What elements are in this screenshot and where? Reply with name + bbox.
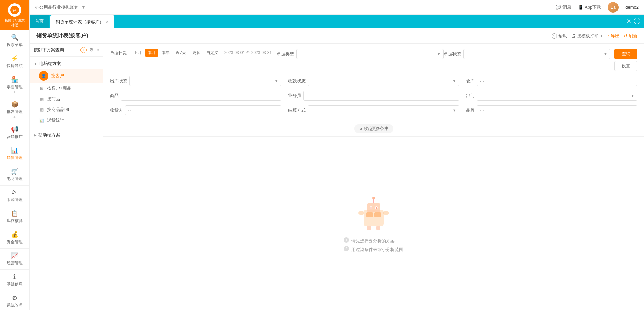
brand-input[interactable]: ··· xyxy=(477,105,637,115)
sidebar-item-label: 零售管理 xyxy=(7,84,23,90)
username[interactable]: demo2 xyxy=(625,5,639,10)
settings-scheme-icon[interactable]: ⚙ xyxy=(89,47,94,53)
sidebar-item-ecom[interactable]: 🛒 电商管理 xyxy=(0,164,29,186)
message-btn[interactable]: 💬 消息 xyxy=(556,4,571,10)
sidebar-item-search[interactable]: 🔍 搜索菜单 xyxy=(0,30,29,51)
settings-button[interactable]: 设置 xyxy=(614,61,637,71)
scheme-item-by-goods-99[interactable]: ▦ 按商品品99 xyxy=(30,104,103,115)
mobile-group-arrow: ▶ xyxy=(34,133,36,137)
sidebar-item-label: 搜索菜单 xyxy=(7,42,23,48)
help-icon: ? xyxy=(552,33,557,39)
tab-close-all-icon[interactable]: ✕ xyxy=(626,18,631,25)
type-input[interactable]: ▼ xyxy=(296,49,443,59)
sidebar-item-label: 营销推广 xyxy=(7,134,23,140)
settlement-input[interactable]: ▼ xyxy=(308,105,460,115)
sidebar-item-purchase[interactable]: 🛍 采购管理 xyxy=(0,186,29,206)
sidebar-item-label: 电商管理 xyxy=(7,176,23,182)
sidebar-item-basic[interactable]: ℹ 基础信息 xyxy=(0,270,29,291)
ecom-icon: 🛒 xyxy=(11,168,18,175)
app-download-label: App下载 xyxy=(585,4,601,10)
scheme-item-label: 退货统计 xyxy=(47,117,64,123)
mobile-scheme-group-header[interactable]: ▶ 移动端方案 xyxy=(30,130,103,140)
app-download-btn[interactable]: 📱 App下载 xyxy=(578,4,601,10)
tip-num-2: 2 xyxy=(344,246,349,251)
collapse-panel-icon[interactable]: « xyxy=(96,47,99,53)
scheme-item-return-stat[interactable]: 📊 退货统计 xyxy=(30,115,103,126)
date-range: 2023-03-01 至 2023-03-31 xyxy=(224,50,272,56)
page-title: 销货单统计表(按客户) xyxy=(36,32,88,39)
search-icon: 🔍 xyxy=(11,34,18,41)
scheme-item-customer-goods[interactable]: ⊞ 按客户+商品 xyxy=(30,83,103,94)
tab-right-controls: ✕ ⛶ xyxy=(626,18,644,25)
filter-area: 单据日期 上月 本月 本年 近7天 更多 自定义 2023-03-01 至 20… xyxy=(103,44,644,121)
date-tab-this-year[interactable]: 本年 xyxy=(159,49,172,57)
receiver-input[interactable]: ··· xyxy=(125,105,281,115)
receive-status-input[interactable]: ▼ xyxy=(308,76,460,86)
sidebar-item-marketing[interactable]: 📢 营销推广 xyxy=(0,122,29,143)
top-header-left: 办公用品行业模拟账套 ▼ xyxy=(35,4,86,10)
collapse-up-icon: ∧ xyxy=(360,126,363,131)
page-actions: ? 帮助 🖨 按模板打印 ▼ ↑ 导出 ↺ 刷新 xyxy=(552,33,637,39)
print-dropdown-icon: ▼ xyxy=(600,34,603,38)
help-label: 帮助 xyxy=(558,33,567,39)
sidebar-item-label: 系统管理 xyxy=(7,303,23,308)
receive-dropdown-icon: ▼ xyxy=(452,79,456,83)
mobile-group-label: 移动端方案 xyxy=(38,132,60,138)
sidebar-item-system[interactable]: ⚙ 系统管理 xyxy=(0,291,29,310)
staff-input[interactable]: ··· xyxy=(303,91,460,101)
wholesale-expand-icon: ▲ xyxy=(13,115,16,118)
marketing-icon: 📢 xyxy=(11,125,18,133)
scheme-item-label: 按商品品99 xyxy=(47,107,69,113)
out-status-dropdown-icon: ▼ xyxy=(275,79,278,83)
receive-status-label: 收款状态 xyxy=(288,78,306,84)
tab-home[interactable]: 首页 xyxy=(30,15,49,28)
date-tab-more[interactable]: 更多 xyxy=(190,49,203,57)
goods-input[interactable]: ··· xyxy=(121,91,281,101)
sidebar-item-operation[interactable]: 📈 经营管理 xyxy=(0,249,29,270)
page-content: 销货单统计表(按客户) ? 帮助 🖨 按模板打印 ▼ ↑ 导出 ↺ 刷新 xyxy=(30,28,644,310)
sidebar-item-inventory[interactable]: 📋 库存核算 xyxy=(0,206,29,227)
status-input[interactable]: ▼ xyxy=(463,49,610,59)
out-status-input[interactable]: ▼ xyxy=(129,76,281,86)
tab-close-icon[interactable]: ✕ xyxy=(106,20,109,24)
sidebar-item-label: 库存核算 xyxy=(7,218,23,224)
pc-scheme-group-header[interactable]: ▼ 电脑端方案 xyxy=(30,59,103,69)
help-btn[interactable]: ? 帮助 xyxy=(552,33,567,39)
scheme-item-by-customer[interactable]: 👤 按客户 xyxy=(30,69,103,83)
date-tab-7days[interactable]: 近7天 xyxy=(173,49,189,57)
date-tab-custom[interactable]: 自定义 xyxy=(204,49,221,57)
message-label: 消息 xyxy=(562,4,571,10)
svg-rect-4 xyxy=(374,212,381,217)
dropdown-icon[interactable]: ▼ xyxy=(81,5,86,10)
date-tab-last-month[interactable]: 上月 xyxy=(131,49,144,57)
tab-expand-icon[interactable]: ⛶ xyxy=(634,18,640,25)
template-print-btn[interactable]: 🖨 按模板打印 ▼ xyxy=(571,33,603,39)
sidebar-item-retail[interactable]: 🏪 零售管理 ▼ xyxy=(0,72,29,97)
warehouse-input[interactable]: ··· xyxy=(477,76,637,86)
sidebar-item-quicknav[interactable]: ⚡ 快捷导航 xyxy=(0,51,29,72)
collapse-bar: ∧ 收起更多条件 xyxy=(103,121,644,137)
customer-dot-icon: 👤 xyxy=(41,74,46,78)
sidebar-item-sales[interactable]: 📊 销售管理 xyxy=(0,143,29,164)
scheme-item-by-goods[interactable]: ▦ 按商品 xyxy=(30,94,103,104)
collapse-btn[interactable]: ∧ 收起更多条件 xyxy=(354,124,393,133)
add-scheme-icon[interactable]: + xyxy=(80,47,87,53)
inventory-icon: 📋 xyxy=(11,210,18,217)
sales-icon: 📊 xyxy=(11,147,18,154)
sidebar-item-label: 基础信息 xyxy=(7,281,23,287)
status-filter-label: 单据状态 xyxy=(444,51,461,57)
sidebar-item-wholesale[interactable]: 📦 批发管理 ▲ xyxy=(0,97,29,122)
user-avatar[interactable]: Ea xyxy=(608,2,619,13)
svg-text:好: 好 xyxy=(12,8,16,12)
dept-input[interactable]: ▼ xyxy=(477,91,637,101)
mobile-scheme-group: ▶ 移动端方案 xyxy=(30,128,103,142)
warehouse-label: 仓库 xyxy=(466,78,475,84)
tab-sales-stat[interactable]: 销货单统计表（按客户） ✕ xyxy=(50,15,114,29)
refresh-btn[interactable]: ↺ 刷新 xyxy=(624,33,637,39)
query-button[interactable]: 查询 xyxy=(614,49,637,59)
dept-dropdown-icon: ▼ xyxy=(631,94,634,98)
date-tab-this-month[interactable]: 本月 xyxy=(145,49,158,57)
export-btn[interactable]: ↑ 导出 xyxy=(607,33,620,39)
tab-bar: 首页 销货单统计表（按客户） ✕ ✕ ⛶ xyxy=(30,15,644,28)
sidebar-item-finance[interactable]: 💰 资金管理 xyxy=(0,227,29,249)
